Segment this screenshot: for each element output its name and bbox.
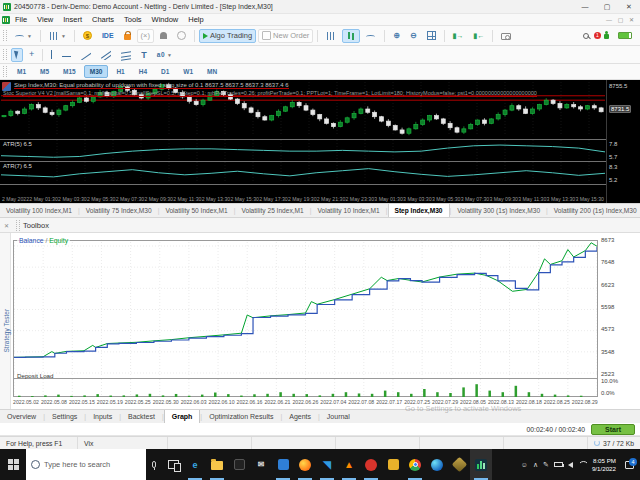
text-tool-button[interactable]: T	[137, 48, 151, 62]
toolbar-grip[interactable]	[3, 66, 7, 77]
timeframe-button[interactable]: M1	[11, 65, 32, 78]
fibonacci-tool-button[interactable]	[117, 48, 135, 62]
alerts-button[interactable]	[156, 29, 171, 43]
speaker-icon[interactable]	[568, 462, 573, 468]
balance-equity-plot[interactable]	[13, 240, 598, 397]
tester-tab[interactable]: Backtest	[121, 410, 162, 423]
toolbar-grip[interactable]	[3, 30, 7, 41]
toolbar-grip[interactable]	[3, 49, 7, 60]
profiles-button[interactable]: ▼	[11, 29, 36, 43]
chart-tab[interactable]: Volatility 200 (1s) Index,M30	[548, 207, 640, 214]
zoom-in-button[interactable]: ⊕	[389, 29, 404, 43]
price-scale[interactable]: 8755.5 8731.5 7.8 5.7 8.3 5.2	[606, 80, 640, 203]
new-order-button[interactable]: New Order	[258, 29, 313, 43]
chart-tab[interactable]: Volatility 50 Index,M1	[159, 207, 233, 214]
taskbar-store-button[interactable]	[228, 449, 250, 480]
close-position-button[interactable]: (×)	[137, 29, 154, 43]
connection-status-icon[interactable]	[603, 31, 611, 40]
one-click-trading-toggle[interactable]	[2, 82, 11, 91]
taskbar-photos-button[interactable]	[272, 449, 294, 480]
search-icon[interactable]	[583, 33, 589, 39]
timeframe-button[interactable]: M15	[57, 65, 82, 78]
timeframe-button[interactable]: H1	[110, 65, 130, 78]
menu-item[interactable]: File	[10, 15, 32, 24]
taskbar-edge-button[interactable]: e	[184, 449, 206, 480]
shift-right-button[interactable]: ▮←	[470, 29, 489, 43]
show-hidden-icons[interactable]: ∧	[533, 461, 538, 469]
taskbar-mail-button[interactable]: ✉	[250, 449, 272, 480]
tester-tab[interactable]: Settings	[45, 410, 84, 423]
metaeditor-button[interactable]: IDE	[98, 29, 118, 43]
tester-tab[interactable]: Optimization Results	[202, 410, 280, 423]
channel-tool-button[interactable]	[97, 48, 115, 62]
algo-trading-button[interactable]: Algo Trading	[199, 29, 256, 43]
menu-item[interactable]: Charts	[87, 15, 119, 24]
tester-tab[interactable]: Agents	[282, 410, 318, 423]
price-chart[interactable]: Step Index,M30: Equal probability of up/…	[0, 80, 640, 203]
timeframe-button[interactable]: M30	[84, 65, 109, 78]
timeframe-button[interactable]: MN	[201, 65, 223, 78]
tile-windows-button[interactable]	[423, 29, 440, 43]
taskbar-security-button[interactable]	[360, 449, 382, 480]
community-button[interactable]	[173, 29, 190, 43]
menu-item[interactable]: Help	[183, 15, 208, 24]
trendline-tool-button[interactable]	[77, 48, 95, 62]
timeframe-button[interactable]: D1	[155, 65, 175, 78]
atr1-pane[interactable]	[1, 140, 605, 160]
toolbox-close-icon[interactable]: ✕	[0, 222, 13, 229]
panel-grip[interactable]	[16, 220, 20, 231]
taskbar-chrome-button[interactable]	[404, 449, 426, 480]
taskbar-metatrader-button[interactable]	[470, 449, 492, 480]
minimize-icon[interactable]: —	[574, 0, 596, 13]
mdi-window-controls[interactable]: — ▢ ✕	[606, 16, 640, 23]
chart-tab[interactable]: Volatility 25 Index,M1	[235, 207, 309, 214]
chart-tab[interactable]: Volatility 75 Index,M30	[80, 207, 158, 214]
task-view-button[interactable]	[162, 449, 184, 480]
crosshair-tool-button[interactable]: +	[25, 48, 38, 62]
timeframe-button[interactable]: W1	[177, 65, 199, 78]
taskbar-office-button[interactable]	[382, 449, 404, 480]
timeframe-button[interactable]: H4	[133, 65, 153, 78]
start-menu-button[interactable]	[0, 449, 26, 480]
taskbar-explorer-button[interactable]	[206, 449, 228, 480]
shift-left-button[interactable]: ▮→	[449, 29, 468, 43]
candle-chart-mode-button[interactable]	[342, 29, 360, 43]
taskbar-vscode-button[interactable]: ◥	[316, 449, 338, 480]
close-icon[interactable]: ✕	[618, 0, 640, 13]
line-chart-mode-button[interactable]	[362, 29, 380, 43]
chart-menu-icon[interactable]	[2, 16, 10, 24]
chart-tab[interactable]: Volatility 300 (1s) Index,M30	[451, 207, 546, 214]
menu-item[interactable]: View	[32, 15, 58, 24]
people-icon[interactable]: ☺	[521, 461, 528, 468]
network-icon[interactable]	[578, 461, 587, 468]
screenshot-button[interactable]	[497, 29, 515, 43]
taskbar-firefox-button[interactable]	[294, 449, 316, 480]
menu-item[interactable]: Tools	[119, 15, 147, 24]
horizontal-line-tool-button[interactable]	[58, 48, 75, 62]
taskbar-search-input[interactable]: Type here to search	[26, 449, 146, 480]
tester-tab[interactable]: Graph	[164, 410, 201, 423]
vertical-line-tool-button[interactable]	[47, 48, 56, 62]
taskbar-wallet-button[interactable]	[448, 449, 470, 480]
tester-tab[interactable]: Journal	[320, 410, 357, 423]
chart-tab[interactable]: Step Index,M30	[388, 204, 450, 218]
tester-tab[interactable]: Inputs	[86, 410, 119, 423]
strategy-tester-sidebar[interactable]: Strategy Tester	[0, 233, 11, 409]
taskbar-edge-beta-button[interactable]	[426, 449, 448, 480]
vps-button[interactable]	[120, 29, 135, 43]
taskbar-clock[interactable]: 8:05 PM9/1/2022	[592, 457, 616, 473]
atr2-pane[interactable]	[1, 162, 605, 182]
pen-icon[interactable]: ✎	[543, 461, 549, 469]
action-center-button[interactable]: 4	[621, 461, 637, 469]
zoom-out-button[interactable]: ⊖	[406, 29, 421, 43]
charts-button[interactable]: ▼	[45, 29, 70, 43]
bar-chart-mode-button[interactable]	[322, 29, 340, 43]
start-button[interactable]: Start	[591, 424, 635, 435]
taskbar-vlc-button[interactable]: ▲	[338, 449, 360, 480]
timeframe-button[interactable]: M5	[34, 65, 55, 78]
microphone-button[interactable]	[146, 449, 162, 480]
menu-item[interactable]: Insert	[58, 15, 87, 24]
market-button[interactable]: $	[79, 29, 96, 43]
chart-tab[interactable]: Volatility 100 Index,M1	[0, 207, 78, 214]
objects-tool-button[interactable]: a0▼	[153, 48, 176, 62]
